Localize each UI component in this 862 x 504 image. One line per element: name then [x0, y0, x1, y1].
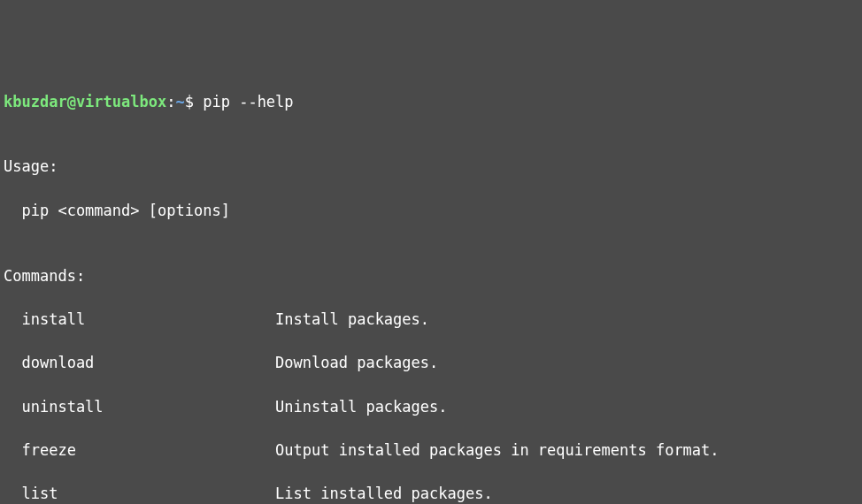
prompt-path: ~	[175, 93, 184, 111]
prompt-symbol: $	[185, 93, 203, 111]
usage-line: pip <command> [options]	[4, 200, 862, 222]
command-list: list List installed packages.	[4, 483, 862, 504]
prompt-colon: :	[166, 93, 175, 111]
prompt-user-host: kbuzdar@virtualbox	[4, 93, 166, 111]
entered-command: pip --help	[203, 93, 293, 111]
command-install: install Install packages.	[4, 309, 862, 331]
command-freeze: freeze Output installed packages in requ…	[4, 439, 862, 462]
usage-header: Usage:	[4, 156, 862, 178]
commands-header: Commands:	[4, 265, 862, 287]
command-uninstall: uninstall Uninstall packages.	[4, 396, 862, 418]
command-download: download Download packages.	[4, 352, 862, 374]
prompt-line[interactable]: kbuzdar@virtualbox:~$ pip --help	[4, 91, 862, 113]
